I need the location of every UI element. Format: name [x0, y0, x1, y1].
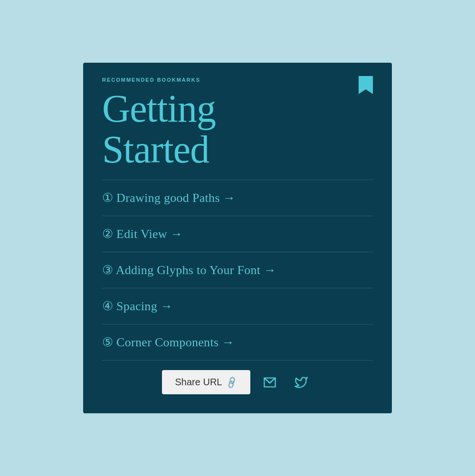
share-url-button[interactable]: Share URL 🔗: [162, 370, 251, 394]
email-icon: [263, 376, 276, 389]
main-title: Getting Started: [102, 88, 373, 170]
footer: Share URL 🔗: [83, 361, 392, 399]
share-url-label: Share URL: [175, 377, 222, 388]
email-button[interactable]: [258, 371, 282, 394]
twitter-icon: [294, 376, 308, 389]
menu-item-4[interactable]: ④ Spacing →: [83, 288, 392, 324]
main-card: RECOMMENDED BOOKMARKS Getting Started ① …: [83, 63, 392, 413]
bookmark-icon[interactable]: [359, 76, 373, 94]
recommended-label: RECOMMENDED BOOKMARKS: [102, 77, 373, 83]
menu-item-3[interactable]: ③ Adding Glyphs to Your Font →: [83, 252, 392, 288]
title-line1: Getting: [102, 87, 216, 130]
link-icon: 🔗: [225, 375, 239, 390]
twitter-button[interactable]: [289, 371, 313, 394]
title-line2: Started: [102, 128, 209, 171]
menu-item-1[interactable]: ① Drawing good Paths →: [83, 180, 392, 216]
card-header: RECOMMENDED BOOKMARKS Getting Started: [83, 63, 392, 180]
menu-item-5[interactable]: ⑤ Corner Components →: [83, 324, 392, 360]
menu-item-2[interactable]: ② Edit View →: [83, 216, 392, 252]
